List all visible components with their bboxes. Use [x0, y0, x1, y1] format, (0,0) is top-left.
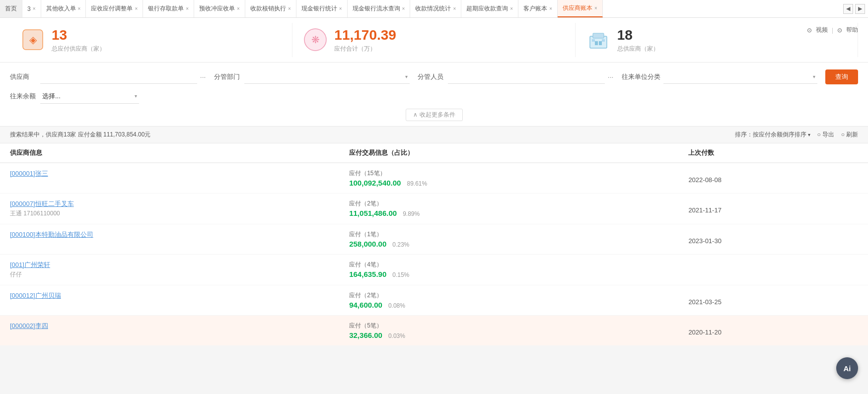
balance-filter-select[interactable]: 选择...: [40, 89, 139, 103]
nav-tab-collection-stats[interactable]: 收款情况统计 ×: [410, 0, 461, 17]
filter-category: 往来单位分类 ▾: [622, 69, 818, 84]
filter-balance: 往来余额 选择... ▾: [10, 89, 139, 104]
svg-rect-7: [599, 41, 602, 45]
table-row: [000007]恒旺二手叉车 王通 17106110000 应付（2笔） 11,…: [0, 194, 868, 224]
trans-label-1: 应付（15笔）: [349, 169, 688, 178]
close-icon[interactable]: ×: [549, 6, 552, 11]
cell-transaction-1: 应付（15笔） 100,092,540.00 89.61%: [349, 169, 688, 187]
query-button[interactable]: 查询: [825, 69, 858, 84]
summary-card-payable-total: ❋ 11,170.39 应付合计（万）: [292, 23, 575, 57]
nav-tab-other-income[interactable]: 其他收入单 ×: [41, 0, 86, 17]
svg-text:❋: ❋: [311, 34, 320, 45]
supplier-link-4[interactable]: [001]广州荣轩: [10, 261, 50, 268]
trans-row-3: 258,000.00 0.23%: [349, 239, 688, 248]
close-icon[interactable]: ×: [339, 6, 342, 11]
nav-tab-home[interactable]: 首页: [0, 0, 22, 17]
table-container: 供应商信息 应付交易信息（占比） 上次付数 [000001]张三 应付（15笔）…: [0, 143, 868, 346]
supplier-filter-dots[interactable]: ···: [200, 73, 206, 81]
table-row: [000100]本特勤油品有限公司 应付（1笔） 258,000.00 0.23…: [0, 224, 868, 255]
dept-filter-label: 分管部门: [214, 72, 241, 81]
filter-person: 分管人员 ···: [418, 70, 614, 84]
supplier-link-3[interactable]: [000100]本特勤油品有限公司: [10, 231, 93, 238]
col-header-supplier: 供应商信息: [10, 148, 349, 157]
trans-row-6: 32,366.00 0.03%: [349, 330, 688, 339]
trans-label-4: 应付（4笔）: [349, 261, 688, 269]
svg-text:◈: ◈: [29, 34, 37, 45]
help-link[interactable]: 帮助: [846, 26, 858, 34]
video-link[interactable]: 视频: [816, 26, 828, 34]
cell-transaction-2: 应付（2笔） 11,051,486.00 9.89%: [349, 199, 688, 217]
balance-filter-label: 往来余额: [10, 92, 37, 101]
close-icon[interactable]: ×: [186, 6, 189, 11]
close-icon[interactable]: ×: [510, 6, 513, 11]
close-icon[interactable]: ×: [135, 6, 138, 11]
trans-pct-3: 0.23%: [392, 241, 409, 248]
close-icon[interactable]: ×: [402, 6, 405, 11]
filter-area: 供应商 ··· 分管部门 ▾ 分管人员 ··· 往来单位分类 ▾ 查询 往来: [0, 63, 868, 127]
trans-amount-3: 258,000.00: [349, 240, 386, 248]
nav-tab-collection-verify[interactable]: 收款核销执行 ×: [245, 0, 296, 17]
nav-tab-customer-ledger[interactable]: 客户账本 ×: [518, 0, 558, 17]
refresh-icon: ○: [841, 131, 845, 138]
collapse-button[interactable]: ∧ 收起更多条件: [406, 109, 463, 121]
trans-label-2: 应付（2笔）: [349, 199, 688, 208]
supplier-sub-4: 仔仔: [10, 270, 349, 279]
nav-tab-overdue-query[interactable]: 超期应收款查询 ×: [461, 0, 518, 17]
nav-tab-collection-verify-label: 收款核销执行: [250, 4, 286, 13]
nav-tab-cash-bank-flow-label: 现金银行流水查询: [353, 4, 400, 13]
payable-total-number: 11,170.39: [334, 27, 396, 44]
close-icon[interactable]: ×: [288, 6, 291, 11]
category-filter-wrapper: ▾: [663, 69, 818, 84]
separator: |: [832, 27, 833, 34]
nav-tab-3[interactable]: 3 ×: [22, 0, 41, 17]
supplier-link-5[interactable]: [000012]广州贝瑞: [10, 292, 61, 299]
supplier-filter-input[interactable]: [40, 70, 197, 84]
filter-supplier: 供应商 ···: [10, 70, 206, 84]
filter-row-1: 供应商 ··· 分管部门 ▾ 分管人员 ··· 往来单位分类 ▾ 查询: [10, 69, 858, 84]
nav-tab-adjustment-label: 应收应付调整单: [91, 4, 133, 13]
category-filter-label: 往来单位分类: [622, 72, 660, 81]
nav-tab-bank-deposit[interactable]: 银行存取款单 ×: [143, 0, 194, 17]
dept-filter-wrapper: ▾: [244, 69, 410, 84]
cell-lastpay-3: 2023-01-30: [688, 230, 858, 245]
refresh-button[interactable]: ○ 刷新: [841, 131, 858, 139]
category-filter-select[interactable]: [663, 69, 818, 83]
person-filter-dots[interactable]: ···: [608, 73, 614, 81]
nav-left-arrow[interactable]: ◀: [843, 4, 853, 14]
table-row: [001]广州荣轩 仔仔 应付（4笔） 164,635.90 0.15%: [0, 255, 868, 285]
person-filter-input[interactable]: [448, 70, 605, 84]
cell-lastpay-2: 2021-11-17: [688, 199, 858, 214]
export-button[interactable]: ○ 导出: [817, 131, 834, 139]
total-supplier-icon: [585, 27, 611, 53]
table-row: [000002]李四 应付（5笔） 32,366.00 0.03% 2020-1…: [0, 316, 868, 346]
nav-tab-adjustment[interactable]: 应收应付调整单 ×: [86, 0, 143, 17]
trans-label-5: 应付（2笔）: [349, 291, 688, 300]
nav-tab-advance-receive-label: 预收冲应收单: [199, 4, 235, 13]
close-icon[interactable]: ×: [78, 6, 81, 11]
trans-label-6: 应付（5笔）: [349, 322, 688, 330]
svg-rect-6: [595, 41, 598, 45]
supplier-link-1[interactable]: [000001]张三: [10, 170, 48, 177]
data-table: 供应商信息 应付交易信息（占比） 上次付数 [000001]张三 应付（15笔）…: [0, 143, 868, 346]
sort-text: 排序：按应付余额倒序排序: [735, 131, 806, 139]
chevron-down-icon-sort: ▾: [808, 132, 810, 137]
total-supplier-content: 18 总供应商（家）: [617, 27, 659, 53]
close-icon[interactable]: ×: [453, 6, 456, 11]
cell-supplier-3: [000100]本特勤油品有限公司: [10, 230, 349, 239]
close-icon[interactable]: ×: [33, 6, 36, 11]
close-icon[interactable]: ×: [594, 5, 597, 11]
nav-tab-supplier-ledger-label: 供应商账本: [563, 4, 592, 12]
filter-dept: 分管部门 ▾: [214, 69, 410, 84]
supplier-link-2[interactable]: [000007]恒旺二手叉车: [10, 200, 74, 207]
nav-right-arrow[interactable]: ▶: [855, 4, 865, 14]
nav-tab-supplier-ledger[interactable]: 供应商账本 ×: [558, 0, 603, 17]
close-icon[interactable]: ×: [237, 6, 240, 11]
dept-filter-select[interactable]: [244, 69, 410, 83]
cell-supplier-2: [000007]恒旺二手叉车 王通 17106110000: [10, 199, 349, 218]
circle-icon-2: ⊙: [837, 27, 842, 34]
nav-tab-advance-receive[interactable]: 预收冲应收单 ×: [194, 0, 245, 17]
supplier-link-6[interactable]: [000002]李四: [10, 322, 48, 329]
nav-tab-cash-bank-stats[interactable]: 现金银行统计 ×: [296, 0, 348, 17]
nav-tab-cash-bank-flow[interactable]: 现金银行流水查询 ×: [348, 0, 411, 17]
svg-rect-8: [592, 39, 595, 42]
